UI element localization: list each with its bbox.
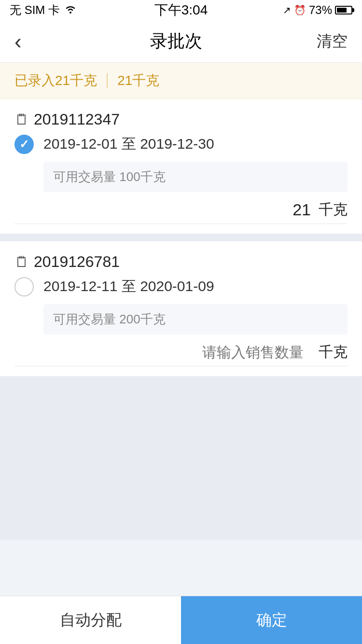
battery-icon xyxy=(335,6,352,14)
alarm-icon: ⏰ xyxy=(294,4,306,16)
bottom-bar: 自动分配 确定 xyxy=(0,596,362,644)
batch-id-1: 2019112347 xyxy=(34,111,120,128)
summary-banner: 已录入21千克 21千克 xyxy=(0,63,362,99)
back-button[interactable]: ‹ xyxy=(14,29,43,54)
batch-header-1: 🗒 2019112347 xyxy=(14,111,348,128)
carrier-text: 无 SIM 卡 xyxy=(10,2,60,18)
nav-bar: ‹ 录批次 清空 xyxy=(0,20,362,63)
batch-id-2: 2019126781 xyxy=(34,253,120,271)
batch-amount-unit-1: 千克 xyxy=(319,200,348,220)
summary-value: 21千克 xyxy=(117,71,159,90)
location-icon: ↗ xyxy=(283,4,291,16)
batch-date-2: 2019-12-11 至 2020-01-09 xyxy=(43,277,214,296)
batch-available-2: 可用交易量 200千克 xyxy=(43,304,348,335)
summary-label: 已录入21千克 xyxy=(14,71,97,90)
status-bar: 无 SIM 卡 下午3:04 ↗ ⏰ 73% xyxy=(0,0,362,20)
confirm-button[interactable]: 确定 xyxy=(181,596,362,644)
svg-point-0 xyxy=(70,12,71,14)
clear-button[interactable]: 清空 xyxy=(309,31,348,52)
status-left: 无 SIM 卡 xyxy=(10,2,77,18)
radio-1[interactable] xyxy=(14,135,34,154)
document-icon-2: 🗒 xyxy=(14,254,29,270)
status-right: ↗ ⏰ 73% xyxy=(283,3,352,17)
auto-distribute-button[interactable]: 自动分配 xyxy=(0,596,181,644)
batch-amount-row-1: 21 千克 xyxy=(14,192,348,224)
summary-divider xyxy=(107,73,108,88)
wifi-icon xyxy=(64,3,77,17)
section-separator-1 xyxy=(0,234,362,241)
batch-card-2: 🗒 2019126781 2019-12-11 至 2020-01-09 可用交… xyxy=(0,241,362,376)
batch-header-2: 🗒 2019126781 xyxy=(14,253,348,271)
page-title: 录批次 xyxy=(43,29,309,53)
batch-card-1: 🗒 2019112347 2019-12-01 至 2019-12-30 可用交… xyxy=(0,99,362,234)
batch-date-row-1[interactable]: 2019-12-01 至 2019-12-30 xyxy=(14,134,348,154)
batch-date-1: 2019-12-01 至 2019-12-30 xyxy=(43,134,214,154)
batch-input-unit-2: 千克 xyxy=(319,342,348,362)
battery-percent: 73% xyxy=(309,3,332,17)
batch-date-row-2[interactable]: 2019-12-11 至 2020-01-09 xyxy=(14,277,348,296)
batch-available-1: 可用交易量 100千克 xyxy=(43,162,348,192)
document-icon-1: 🗒 xyxy=(14,112,29,128)
batch-input-row-2[interactable]: 千克 xyxy=(14,335,348,366)
gray-area xyxy=(0,376,362,540)
batch-amount-value-1: 21 xyxy=(292,200,311,219)
status-time: 下午3:04 xyxy=(154,1,208,19)
quantity-input-2[interactable] xyxy=(14,344,311,361)
radio-2[interactable] xyxy=(14,277,34,296)
